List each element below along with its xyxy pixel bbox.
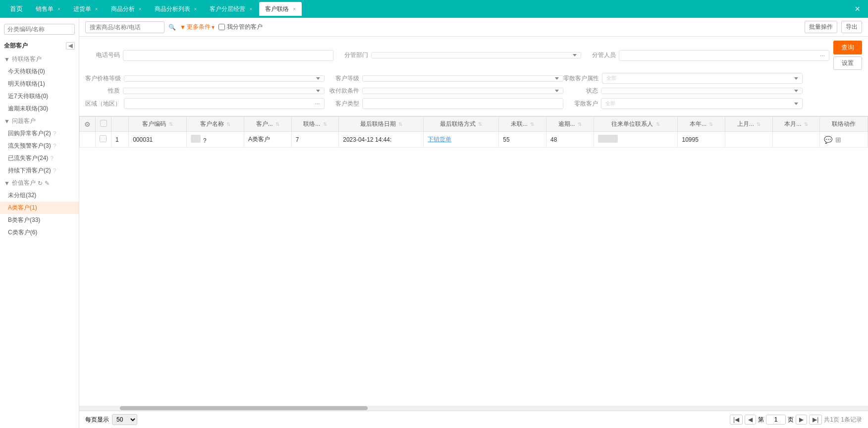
th-customer-code[interactable]: 客户编码 ⇅ (129, 117, 186, 132)
status-select[interactable] (601, 88, 803, 94)
close-contact-tab[interactable]: × (293, 6, 296, 12)
td-customer-name[interactable]: ? (186, 132, 244, 148)
horizontal-scrollbar[interactable] (79, 406, 868, 411)
chat-icon[interactable]: 💬 (824, 136, 832, 144)
th-this-year[interactable]: 本年... ⇅ (678, 117, 725, 132)
last-page-button[interactable]: ▶| (809, 415, 822, 425)
filter-search-icon[interactable]: 🔍 (168, 24, 176, 31)
sidebar-group-problem[interactable]: ▼ 问题客户 (0, 115, 79, 127)
sort-last-contact-date-icon[interactable]: ⇅ (398, 121, 402, 127)
next-page-button[interactable]: ▶ (796, 415, 807, 425)
customer-level-select[interactable] (362, 75, 564, 82)
sidebar-item-overdue[interactable]: 逾期未联络(30) (0, 103, 79, 115)
sidebar-item-class-b[interactable]: B类客户(33) (0, 214, 79, 226)
batch-ops-button[interactable]: 批量操作 (805, 21, 837, 33)
retail-customer-select[interactable]: 全部 (601, 98, 803, 109)
sort-customer-type-icon[interactable]: ⇅ (275, 121, 279, 127)
sort-this-month-icon[interactable]: ⇅ (804, 121, 808, 127)
nav-tab-product-list[interactable]: 商品分析列表 × (149, 2, 203, 16)
th-last-contact-date[interactable]: 最后联络日期 ⇅ (339, 117, 424, 132)
th-last-month[interactable]: 上月... ⇅ (725, 117, 773, 132)
td-check[interactable] (96, 132, 111, 148)
close-sales-tab[interactable]: × (57, 6, 60, 12)
payment-select[interactable] (362, 88, 564, 94)
sidebar-group-value[interactable]: ▼ 价值客户 ↻ ✎ (0, 177, 79, 189)
sort-this-year-icon[interactable]: ⇅ (709, 121, 713, 127)
close-product-tab[interactable]: × (139, 6, 142, 12)
th-check[interactable] (96, 117, 111, 132)
nav-tab-customer-segment[interactable]: 客户分层经营 × (204, 2, 258, 16)
table-settings-icon[interactable]: ⚙ (84, 120, 91, 128)
nav-home[interactable]: 首页 (4, 2, 29, 16)
price-level-select[interactable] (124, 75, 325, 82)
page-size-select[interactable]: 50 100 200 (112, 414, 137, 425)
retail-attr-select[interactable]: 全部 (602, 73, 803, 84)
filter-my-customers[interactable]: 我分管的客户 (218, 23, 263, 31)
row-checkbox[interactable] (100, 135, 107, 142)
sort-overdue-icon[interactable]: ⇅ (578, 121, 582, 127)
nav-tab-product-analysis[interactable]: 商品分析 × (105, 2, 148, 16)
sidebar-item-abnormal-repurchase[interactable]: 回购异常客户(2) ? (0, 127, 79, 140)
th-overdue[interactable]: 逾期... ⇅ (546, 117, 594, 132)
td-last-contact-method[interactable]: 下销货单 (424, 132, 499, 148)
manager-input[interactable]: ··· (619, 50, 829, 61)
sort-customer-name-icon[interactable]: ⇅ (226, 121, 230, 127)
select-all-checkbox[interactable] (100, 120, 107, 127)
nav-tab-customer-contact[interactable]: 客户联络 × (259, 2, 302, 16)
last-contact-method-link[interactable]: 下销货单 (428, 136, 451, 143)
page-number-input[interactable] (766, 415, 786, 425)
my-customers-checkbox[interactable] (218, 24, 225, 30)
th-customer-name[interactable]: 客户名称 ⇅ (186, 117, 244, 132)
value-group-refresh[interactable]: ↻ (38, 180, 43, 187)
sort-last-contact-method-icon[interactable]: ⇅ (478, 121, 482, 127)
th-uncontacted[interactable]: 未联... ⇅ (499, 117, 546, 132)
sort-unit-contact-icon[interactable]: ⇅ (656, 121, 660, 127)
sidebar-item-churn-warning[interactable]: 流失预警客户(3) ? (0, 140, 79, 152)
scrollbar-thumb[interactable] (120, 406, 368, 410)
sidebar-item-unclassified[interactable]: 未分组(32) (0, 189, 79, 202)
close-purchase-tab[interactable]: × (95, 6, 98, 12)
nature-select[interactable] (123, 88, 325, 94)
sidebar-item-today[interactable]: 今天待联络(0) (0, 65, 79, 78)
phone-input[interactable] (123, 50, 333, 61)
dept-select[interactable] (371, 52, 582, 58)
th-unit-contact[interactable]: 往来单位联系人 ⇅ (594, 117, 678, 132)
region-input[interactable]: ··· (124, 98, 325, 109)
sidebar-item-week[interactable]: 近7天待联络(0) (0, 90, 79, 103)
sort-contact-count-icon[interactable]: ⇅ (323, 121, 327, 127)
nav-tab-sales[interactable]: 销售单 × (30, 2, 66, 16)
close-segment-tab[interactable]: × (249, 6, 252, 12)
first-page-button[interactable]: |◀ (730, 415, 743, 425)
customer-type-input[interactable] (362, 98, 564, 109)
sidebar-item-churned[interactable]: 已流失客户(24) ? (0, 152, 79, 164)
grid-icon[interactable]: ⊞ (835, 136, 841, 144)
th-last-contact-method[interactable]: 最后联络方式 ⇅ (424, 117, 499, 132)
sidebar-collapse-button[interactable]: ◀ (66, 42, 75, 50)
filter-search-input[interactable] (85, 21, 164, 33)
sort-uncontacted-icon[interactable]: ⇅ (530, 121, 534, 127)
th-contact-count[interactable]: 联络... ⇅ (291, 117, 339, 132)
window-close-button[interactable]: × (851, 4, 864, 14)
sort-last-month-icon[interactable]: ⇅ (757, 121, 760, 127)
prev-page-button[interactable]: ◀ (745, 415, 756, 425)
close-product-list-tab[interactable]: × (194, 6, 197, 12)
query-button[interactable]: 查询 (833, 41, 862, 54)
value-group-edit[interactable]: ✎ (45, 180, 50, 187)
th-settings[interactable]: ⚙ (80, 117, 96, 132)
sidebar-item-class-a[interactable]: A类客户(1) (0, 202, 79, 214)
th-this-month[interactable]: 本月... ⇅ (772, 117, 820, 132)
sidebar-item-tomorrow[interactable]: 明天待联络(1) (0, 78, 79, 90)
setting-button[interactable]: 设置 (833, 56, 862, 70)
export-button[interactable]: 导出 (841, 21, 862, 33)
manager-dots-icon[interactable]: ··· (820, 52, 825, 59)
region-dots-icon[interactable]: ··· (315, 100, 320, 107)
sort-customer-code-icon[interactable]: ⇅ (169, 121, 173, 127)
nav-tab-purchase[interactable]: 进货单 × (67, 2, 104, 16)
sidebar-group-pending[interactable]: ▼ 待联络客户 (0, 53, 79, 65)
sidebar-all-customers[interactable]: 全部客户 ◀ (0, 39, 79, 53)
filter-more-button[interactable]: ▼ 更多条件 ▾ (180, 23, 215, 31)
sidebar-item-class-c[interactable]: C类客户(6) (0, 226, 79, 239)
sidebar-search-input[interactable] (4, 24, 75, 35)
th-customer-type[interactable]: 客户... ⇅ (244, 117, 292, 132)
sidebar-item-declining[interactable]: 持续下滑客户(2) ? (0, 164, 79, 177)
